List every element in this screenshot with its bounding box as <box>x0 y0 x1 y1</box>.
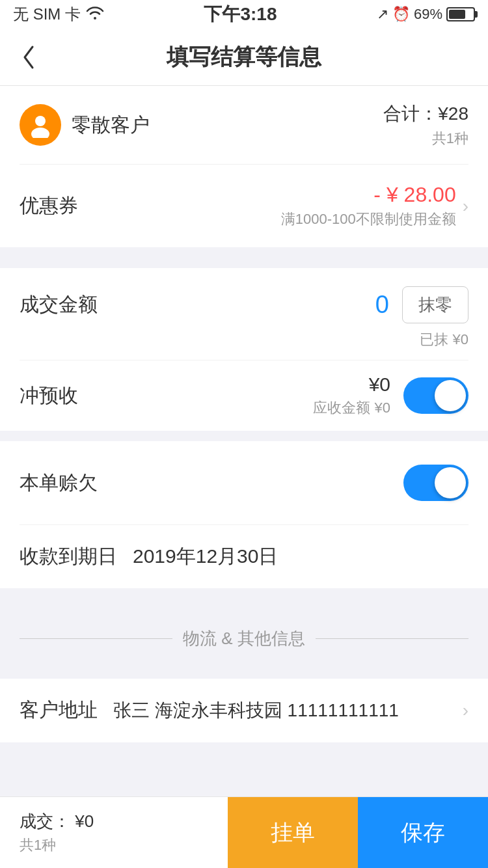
address-section: 客户地址 张三 海淀永丰科技园 11111111111 › <box>0 679 488 742</box>
address-chevron-icon: › <box>463 700 468 721</box>
nav-bar: 填写结算等信息 <box>0 29 488 86</box>
prepay-row: 冲预收 ¥0 应收金额 ¥0 <box>0 360 488 431</box>
amount-row: 成交金额 0 抹零 <box>0 268 488 330</box>
avatar <box>20 104 61 146</box>
customer-right: 合计：¥28 共1种 <box>383 102 468 148</box>
logistics-label: 物流 & 其他信息 <box>183 627 305 650</box>
bottom-bar: 成交： ¥0 共1种 挂单 保存 <box>0 796 488 868</box>
hang-button[interactable]: 挂单 <box>228 797 358 869</box>
status-time: 下午3:18 <box>204 2 277 27</box>
gray-separator-3 <box>0 599 488 609</box>
location-icon: ↗ <box>377 6 388 23</box>
page-title: 填写结算等信息 <box>167 42 321 72</box>
bottom-transaction-label: 成交： <box>20 811 70 831</box>
bottom-transaction-value: ¥0 <box>75 811 94 831</box>
coupon-label: 优惠券 <box>20 193 78 219</box>
total-amount: 合计：¥28 <box>383 102 468 126</box>
back-button[interactable] <box>16 44 42 70</box>
already-deducted: 已抹 ¥0 <box>0 330 488 360</box>
gray-separator-4 <box>0 668 488 679</box>
address-row[interactable]: 客户地址 张三 海淀永丰科技园 11111111111 › <box>0 679 488 742</box>
logistics-line-left <box>20 638 172 639</box>
debit-toggle[interactable] <box>403 465 468 501</box>
address-left: 客户地址 张三 海淀永丰科技园 11111111111 <box>20 697 399 724</box>
gray-separator-2 <box>0 431 488 441</box>
amount-value[interactable]: 0 <box>375 291 389 319</box>
status-left: 无 SIM 卡 <box>13 4 104 25</box>
prepay-label: 冲预收 <box>20 383 78 409</box>
prepay-amount: ¥0 <box>313 373 390 396</box>
debit-row: 本单赊欠 <box>0 441 488 524</box>
wifi-icon <box>86 5 104 23</box>
customer-name: 零散客户 <box>72 112 150 139</box>
amount-label: 成交金额 <box>20 292 98 318</box>
battery-percent: 69% <box>414 6 442 23</box>
gray-separator-1 <box>0 258 488 268</box>
address-value: 张三 海淀永丰科技园 11111111111 <box>113 697 399 724</box>
duedate-value: 2019年12月30日 <box>133 543 278 570</box>
amount-right: 0 抹零 <box>375 286 468 323</box>
customer-row: 零散客户 合计：¥28 共1种 <box>0 86 488 164</box>
prepay-toggle[interactable] <box>403 377 468 414</box>
coupon-right: - ¥ 28.00 满1000-100不限制使用金额 › <box>281 183 468 229</box>
prepay-info: ¥0 应收金额 ¥0 <box>313 373 390 418</box>
svg-point-0 <box>35 116 46 126</box>
coupon-discount: - ¥ 28.00 <box>281 183 456 207</box>
duedate-label: 收款到期日 <box>20 543 117 570</box>
customer-left: 零散客户 <box>20 104 150 146</box>
save-button[interactable]: 保存 <box>358 797 488 869</box>
status-right: ↗ ⏰ 69% <box>377 6 475 23</box>
debit-section: 本单赊欠 收款到期日 2019年12月30日 <box>0 441 488 588</box>
prepay-right: ¥0 应收金额 ¥0 <box>313 373 468 418</box>
content-area: 零散客户 合计：¥28 共1种 优惠券 - ¥ 28.00 满1000-100不… <box>0 86 488 831</box>
bottom-transaction: 成交： ¥0 <box>20 810 208 833</box>
customer-section: 零散客户 合计：¥28 共1种 优惠券 - ¥ 28.00 满1000-100不… <box>0 86 488 247</box>
total-count: 共1种 <box>383 129 468 148</box>
logistics-line-right <box>316 638 468 639</box>
status-bar: 无 SIM 卡 下午3:18 ↗ ⏰ 69% <box>0 0 488 29</box>
chevron-right-icon: › <box>463 196 468 217</box>
debit-toggle-knob <box>435 467 466 498</box>
coupon-desc: 满1000-100不限制使用金额 <box>281 210 456 229</box>
bottom-summary: 成交： ¥0 共1种 <box>0 810 228 855</box>
svg-point-1 <box>31 128 49 138</box>
alarm-icon: ⏰ <box>392 6 410 23</box>
coupon-info: - ¥ 28.00 满1000-100不限制使用金额 <box>281 183 456 229</box>
address-label: 客户地址 <box>20 697 98 724</box>
battery-icon <box>446 7 475 21</box>
coupon-row[interactable]: 优惠券 - ¥ 28.00 满1000-100不限制使用金额 › <box>0 165 488 247</box>
duedate-row: 收款到期日 2019年12月30日 <box>0 525 488 588</box>
transaction-section: 成交金额 0 抹零 已抹 ¥0 冲预收 ¥0 应收金额 ¥0 <box>0 268 488 431</box>
logistics-header: 物流 & 其他信息 <box>0 609 488 668</box>
debit-label: 本单赊欠 <box>20 470 98 496</box>
no-sim-label: 无 SIM 卡 <box>13 4 81 25</box>
prepay-receivable: 应收金额 ¥0 <box>313 398 390 418</box>
round-button[interactable]: 抹零 <box>402 286 468 323</box>
toggle-knob <box>435 380 466 411</box>
bottom-count: 共1种 <box>20 835 208 855</box>
